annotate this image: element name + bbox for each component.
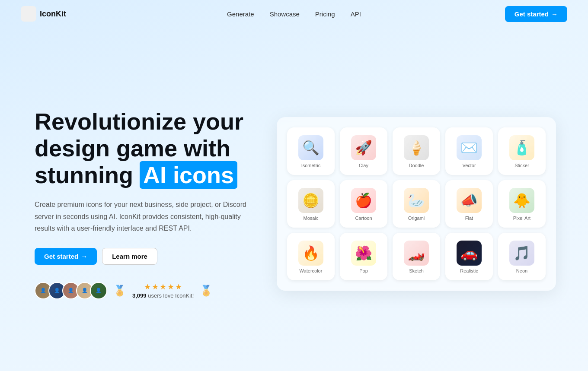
icon-label-doodle: Doodle: [409, 163, 424, 168]
icon-label-mosaic: Mosaic: [304, 216, 319, 221]
title-highlight: AI icons: [140, 161, 237, 189]
icon-image-realistic: 🚗: [457, 241, 482, 266]
icon-cell-cartoon[interactable]: 🍎Cartoon: [340, 180, 387, 228]
icon-image-isometric: 🔍: [298, 135, 323, 160]
hero-buttons: Get started → Learn more: [35, 248, 251, 265]
icon-label-clay: Clay: [359, 163, 368, 168]
hero-left: Revolutionize your design game with stun…: [35, 108, 251, 299]
hero-description: Create premium icons for your next busin…: [35, 199, 251, 234]
icon-cell-neon[interactable]: 🎵Neon: [498, 233, 546, 280]
icon-label-origami: Origami: [408, 216, 425, 221]
hero-section: Revolutionize your design game with stun…: [0, 28, 588, 371]
icon-image-clay: 🚀: [351, 135, 376, 160]
icon-image-pop: 🌺: [351, 241, 376, 266]
icon-image-vector: ✉️: [457, 135, 482, 160]
icon-image-sketch: 🏎️: [404, 241, 429, 266]
icon-image-watercolor: 🔥: [298, 241, 323, 266]
stars-rating: ★ ★ ★ ★ ★ 3,099 users love IconKit!: [132, 282, 194, 299]
icon-cell-clay[interactable]: 🚀Clay: [340, 127, 387, 175]
icon-cell-sketch[interactable]: 🏎️Sketch: [393, 233, 440, 280]
icon-cell-realistic[interactable]: 🚗Realistic: [445, 233, 493, 280]
icon-cell-pop[interactable]: 🌺Pop: [340, 233, 387, 280]
svg-rect-0: [21, 6, 36, 22]
icon-label-isometric: Isometric: [301, 163, 321, 168]
icon-label-pop: Pop: [359, 268, 368, 273]
get-started-button[interactable]: Get started →: [35, 248, 97, 265]
laurel-right-icon: 🏅: [200, 285, 213, 297]
icon-label-vector: Vector: [462, 163, 476, 168]
avatar-group: 👤 👤 👤 👤 👤: [35, 282, 107, 299]
icon-image-origami: 🦢: [404, 188, 429, 213]
icon-label-realistic: Realistic: [460, 268, 478, 273]
learn-more-button[interactable]: Learn more: [102, 248, 157, 265]
nav-links: Generate Showcase Pricing API: [227, 10, 361, 18]
icon-cell-isometric[interactable]: 🔍Isometric: [287, 127, 335, 175]
laurel-left-icon: 🏅: [113, 285, 126, 297]
icon-cell-sticker[interactable]: 🧴Sticker: [498, 127, 546, 175]
icon-cell-flat[interactable]: 📣Flat: [445, 180, 493, 228]
icon-image-pixel: 🐥: [509, 188, 534, 213]
nav-get-started-button[interactable]: Get started →: [505, 6, 567, 22]
icon-label-cartoon: Cartoon: [355, 216, 372, 221]
icon-showcase-grid: 🔍Isometric🚀Clay🍦Doodle✉️Vector🧴Sticker🪙M…: [277, 117, 556, 291]
icon-cell-mosaic[interactable]: 🪙Mosaic: [287, 180, 335, 228]
icon-label-sketch: Sketch: [409, 268, 424, 273]
title-normal: stunning: [35, 162, 133, 188]
hero-right: 🔍Isometric🚀Clay🍦Doodle✉️Vector🧴Sticker🪙M…: [277, 117, 556, 291]
icon-label-flat: Flat: [465, 216, 473, 221]
rating-text: 3,099 users love IconKit!: [132, 292, 194, 299]
icon-image-neon: 🎵: [509, 241, 534, 266]
nav-showcase[interactable]: Showcase: [270, 10, 300, 18]
icon-cell-origami[interactable]: 🦢Origami: [393, 180, 440, 228]
icon-image-mosaic: 🪙: [298, 188, 323, 213]
icon-label-pixel: Pixel Art: [513, 216, 530, 221]
hero-title: Revolutionize your design game with stun…: [35, 108, 251, 188]
nav-generate[interactable]: Generate: [227, 10, 254, 18]
logo[interactable]: 🎨 IconKit: [21, 6, 66, 22]
icon-cell-pixel[interactable]: 🐥Pixel Art: [498, 180, 546, 228]
icon-cell-doodle[interactable]: 🍦Doodle: [393, 127, 440, 175]
icon-cell-vector[interactable]: ✉️Vector: [445, 127, 493, 175]
icon-cell-watercolor[interactable]: 🔥Watercolor: [287, 233, 335, 280]
icon-label-neon: Neon: [516, 268, 527, 273]
icon-image-flat: 📣: [457, 188, 482, 213]
social-proof: 👤 👤 👤 👤 👤 🏅 ★ ★ ★ ★ ★ 3,099 users love I…: [35, 282, 251, 299]
navbar: 🎨 IconKit Generate Showcase Pricing API …: [0, 0, 588, 28]
logo-text: IconKit: [40, 10, 66, 19]
icon-label-sticker: Sticker: [514, 163, 529, 168]
icon-image-doodle: 🍦: [404, 135, 429, 160]
icon-image-sticker: 🧴: [509, 135, 534, 160]
avatar: 👤: [90, 282, 107, 299]
nav-api[interactable]: API: [351, 10, 361, 18]
icon-image-cartoon: 🍎: [351, 188, 376, 213]
icon-label-watercolor: Watercolor: [300, 268, 323, 273]
nav-pricing[interactable]: Pricing: [315, 10, 335, 18]
star-icons: ★ ★ ★ ★ ★: [144, 282, 182, 292]
